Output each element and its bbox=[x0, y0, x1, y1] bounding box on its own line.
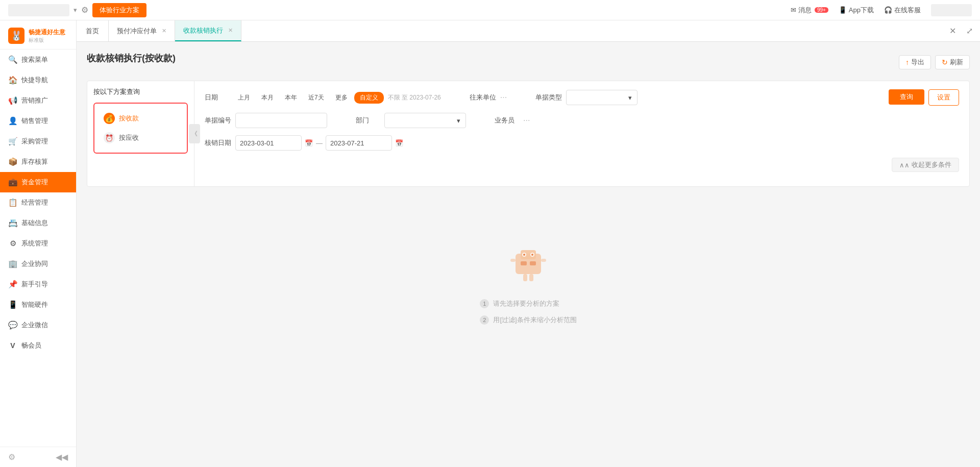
industry-solution-button[interactable]: 体验行业方案 bbox=[92, 3, 146, 17]
app-download-item[interactable]: 📱 App下载 bbox=[839, 6, 874, 15]
refresh-button[interactable]: ↻ 刷新 bbox=[935, 55, 970, 69]
sidebar-item-finance[interactable]: 💼 资金管理 bbox=[0, 172, 76, 192]
brand-dropdown[interactable]: ▾ bbox=[74, 6, 77, 14]
verify-date-start-input[interactable] bbox=[235, 135, 302, 151]
sidebar-item-sales[interactable]: 👤 销售管理 bbox=[0, 111, 76, 131]
svg-rect-6 bbox=[521, 261, 527, 265]
sidebar-item-marketing[interactable]: 📢 营销推广 bbox=[0, 90, 76, 111]
setting-button[interactable]: 设置 bbox=[928, 89, 959, 106]
query-row-3: 核销日期 📅 — 📅 bbox=[205, 135, 959, 151]
sidebar-item-quick-nav[interactable]: 🏠 快捷导航 bbox=[0, 70, 76, 90]
filter-option-by-receivable[interactable]: ⏰ 按应收 bbox=[99, 128, 183, 148]
sidebar-item-purchase[interactable]: 🛒 采购管理 bbox=[0, 131, 76, 152]
date-shortcuts: 上月 本月 本年 近7天 更多 自定义 bbox=[233, 92, 384, 104]
inventory-icon: 📦 bbox=[8, 157, 17, 166]
sidebar-item-label: 基础信息 bbox=[21, 218, 48, 228]
svg-point-4 bbox=[523, 254, 525, 256]
message-item[interactable]: ✉ 消息 99+ bbox=[791, 6, 828, 15]
sidebar-item-inventory[interactable]: 📦 库存核算 bbox=[0, 152, 76, 172]
tab-receipt-close[interactable]: ✕ bbox=[228, 27, 233, 34]
calendar-end-icon[interactable]: 📅 bbox=[395, 139, 403, 147]
user-area[interactable] bbox=[931, 4, 972, 16]
sidebar-item-basic-info[interactable]: 📇 基础信息 bbox=[0, 213, 76, 233]
refresh-label: 刷新 bbox=[950, 58, 963, 67]
doc-type-label: 单据类型 bbox=[535, 93, 562, 102]
verify-date-input-row: 📅 — 📅 bbox=[235, 135, 403, 151]
maximize-icon[interactable]: ⤢ bbox=[961, 22, 978, 40]
date-btn-more[interactable]: 更多 bbox=[331, 92, 352, 104]
sidebar-item-smart-hw[interactable]: 📱 智能硬件 bbox=[0, 294, 76, 315]
dept-label: 部门 bbox=[356, 116, 380, 125]
sidebar-item-operations[interactable]: 📋 经营管理 bbox=[0, 192, 76, 213]
query-row-2: 单据编号 部门 ▾ 业务员 ··· bbox=[205, 113, 959, 128]
sidebar-item-wechat-biz[interactable]: 💬 企业微信 bbox=[0, 315, 76, 335]
sidebar-item-enterprise[interactable]: 🏢 企业协同 bbox=[0, 254, 76, 274]
counterparty-input[interactable]: ··· bbox=[500, 93, 507, 102]
tab-home[interactable]: 首页 bbox=[77, 20, 109, 41]
refresh-icon: ↻ bbox=[942, 58, 948, 66]
counterparty-label: 往来单位 bbox=[470, 93, 496, 102]
online-service-label: 在线客服 bbox=[894, 6, 921, 15]
svg-rect-11 bbox=[541, 259, 546, 262]
dept-field: 部门 ▾ bbox=[356, 113, 466, 128]
gear-icon[interactable]: ⚙ bbox=[81, 5, 88, 15]
smart-hw-icon: 📱 bbox=[8, 300, 17, 309]
sidebar-item-label: 系统管理 bbox=[21, 239, 48, 248]
sidebar-version: 标准版 bbox=[29, 37, 65, 44]
sidebar-item-label: 采购管理 bbox=[21, 137, 48, 146]
collapse-filter-panel-button[interactable]: 《 bbox=[189, 124, 200, 143]
staff-field: 业务员 ··· bbox=[495, 116, 530, 125]
sidebar-bottom: ⚙ ◀◀ bbox=[0, 447, 76, 467]
tab-receipt[interactable]: 收款核销执行 ✕ bbox=[175, 20, 241, 41]
empty-tip-2: 用[过滤]条件来缩小分析范围 bbox=[493, 313, 576, 327]
doc-type-select[interactable]: ▾ bbox=[566, 90, 638, 105]
by-receivable-label: 按应收 bbox=[119, 133, 139, 142]
top-bar-right: ✉ 消息 99+ 📱 App下载 🎧 在线客服 bbox=[791, 4, 972, 16]
sidebar-item-label: 资金管理 bbox=[21, 178, 48, 187]
settings-icon[interactable]: ⚙ bbox=[8, 452, 15, 462]
sidebar-logo-text: 畅捷通好生意 标准版 bbox=[29, 28, 65, 44]
verify-date-label: 核销日期 bbox=[205, 138, 231, 148]
online-service-item[interactable]: 🎧 在线客服 bbox=[884, 6, 921, 15]
doc-no-label: 单据编号 bbox=[205, 116, 231, 125]
tip-2-num: 2 bbox=[480, 315, 489, 325]
export-label: 导出 bbox=[911, 58, 924, 67]
sidebar-item-label: 新手引导 bbox=[21, 280, 48, 289]
sidebar-item-label: 经营管理 bbox=[21, 198, 48, 207]
date-btn-last-month[interactable]: 上月 bbox=[233, 92, 255, 104]
sidebar-item-vip[interactable]: V 畅会员 bbox=[0, 335, 76, 356]
sidebar-logo: 🐰 畅捷通好生意 标准版 bbox=[0, 20, 76, 50]
svg-rect-10 bbox=[510, 259, 516, 262]
export-button[interactable]: ↑ 导出 bbox=[899, 55, 931, 69]
sidebar-item-sys-mgmt[interactable]: ⚙ 系统管理 bbox=[0, 233, 76, 254]
staff-input[interactable]: ··· bbox=[523, 116, 530, 125]
date-btn-this-month[interactable]: 本月 bbox=[257, 92, 278, 104]
staff-label: 业务员 bbox=[495, 116, 519, 125]
date-btn-custom[interactable]: 自定义 bbox=[354, 92, 384, 104]
tab-prepay[interactable]: 预付冲应付单 ✕ bbox=[109, 20, 175, 41]
sidebar-item-newbie[interactable]: 📌 新手引导 bbox=[0, 274, 76, 294]
date-btn-7days[interactable]: 近7天 bbox=[304, 92, 329, 104]
phone-icon: 📱 bbox=[839, 6, 847, 14]
tab-prepay-close[interactable]: ✕ bbox=[162, 28, 166, 34]
collapse-sidebar-icon[interactable]: ◀◀ bbox=[56, 452, 68, 462]
close-window-icon[interactable]: ✕ bbox=[944, 22, 961, 40]
verify-date-end-input[interactable] bbox=[326, 135, 392, 151]
query-button[interactable]: 查询 bbox=[889, 89, 924, 105]
newbie-icon: 📌 bbox=[8, 280, 17, 289]
date-btn-this-year[interactable]: 本年 bbox=[280, 92, 302, 104]
filter-option-by-receipt[interactable]: 💰 按收款 bbox=[99, 109, 183, 128]
sidebar-item-search-menu[interactable]: 🔍 搜索菜单 bbox=[0, 50, 76, 70]
query-btn-area: 查询 设置 bbox=[889, 89, 959, 106]
collapse-more-button[interactable]: ∧∧ 收起更多条件 bbox=[892, 158, 959, 172]
sys-mgmt-icon: ⚙ bbox=[8, 239, 17, 248]
service-icon: 🎧 bbox=[884, 6, 892, 14]
empty-tip-1: 请先选择要分析的方案 bbox=[493, 297, 559, 310]
tab-receipt-label: 收款核销执行 bbox=[183, 26, 223, 35]
dept-select[interactable]: ▾ bbox=[384, 113, 466, 128]
empty-tip-1-row: 1 请先选择要分析的方案 bbox=[480, 297, 576, 310]
doc-no-input[interactable] bbox=[235, 113, 327, 128]
basic-info-icon: 📇 bbox=[8, 218, 17, 228]
marketing-icon: 📢 bbox=[8, 96, 17, 105]
calendar-start-icon[interactable]: 📅 bbox=[305, 139, 313, 147]
